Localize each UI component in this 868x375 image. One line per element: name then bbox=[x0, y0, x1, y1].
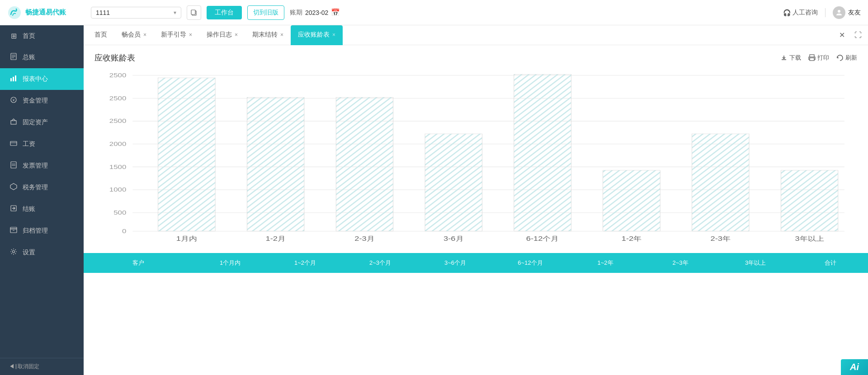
table-col-2-3y: 2~3年 bbox=[643, 259, 718, 267]
sidebar-item-label: 首页 bbox=[23, 32, 35, 40]
tab-home[interactable]: 首页 bbox=[87, 25, 114, 45]
logo-text: 畅捷通易代账 bbox=[25, 8, 66, 17]
svg-rect-2 bbox=[191, 10, 195, 14]
sidebar-item-reports[interactable]: 报表中心 bbox=[0, 68, 84, 90]
tab-label: 畅会员 bbox=[122, 31, 141, 39]
sidebar-item-funds[interactable]: ¥ 资金管理 bbox=[0, 90, 84, 112]
support-label: 人工咨询 bbox=[793, 9, 818, 17]
settings-icon bbox=[9, 248, 18, 257]
tab-actions: ✕ ⛶ bbox=[835, 29, 864, 42]
user-area: 🎧 人工咨询 友友 bbox=[783, 6, 861, 19]
svg-rect-10 bbox=[15, 75, 16, 81]
svg-text:2500: 2500 bbox=[109, 95, 126, 102]
svg-text:2-3月: 2-3月 bbox=[354, 235, 374, 242]
sidebar-item-assets[interactable]: 固定资产 bbox=[0, 112, 84, 133]
svg-rect-14 bbox=[10, 141, 17, 145]
funds-icon: ¥ bbox=[9, 96, 18, 105]
tab-label: 新手引导 bbox=[161, 31, 186, 39]
svg-text:2000: 2000 bbox=[109, 141, 126, 147]
refresh-icon bbox=[836, 54, 844, 61]
tab-guide[interactable]: 新手引导 × bbox=[154, 25, 199, 45]
ai-badge[interactable]: Ai bbox=[841, 359, 868, 375]
cancel-pin-button[interactable]: ◀‖取消固定 bbox=[0, 358, 84, 375]
copy-button[interactable] bbox=[187, 5, 201, 20]
svg-point-0 bbox=[8, 6, 21, 19]
sidebar-item-label: 总账 bbox=[23, 53, 35, 61]
top-header: 畅捷通易代账 1111 ▾ 工作台 切到旧版 账期 2023-02 📅 🎧 人工… bbox=[0, 0, 868, 25]
headset-icon: 🎧 bbox=[783, 9, 791, 16]
sidebar-item-home[interactable]: ⊞ 首页 bbox=[0, 25, 84, 47]
svg-text:1500: 1500 bbox=[109, 164, 126, 170]
header-divider bbox=[825, 8, 826, 17]
download-label: 下载 bbox=[789, 54, 801, 62]
company-selector[interactable]: 1111 ▾ bbox=[91, 7, 181, 19]
sidebar-item-salary[interactable]: 工资 bbox=[0, 133, 84, 155]
tab-close-icon[interactable]: × bbox=[189, 32, 192, 38]
main-layout: ⊞ 首页 总账 报表中心 bbox=[0, 25, 868, 375]
avatar bbox=[833, 6, 845, 19]
print-button[interactable]: 打印 bbox=[808, 54, 829, 62]
sidebar-item-tax[interactable]: 税务管理 bbox=[0, 177, 84, 198]
svg-point-3 bbox=[838, 10, 840, 13]
tab-label: 首页 bbox=[94, 31, 107, 39]
sidebar-item-archive[interactable]: 归档管理 bbox=[0, 220, 84, 242]
user-button[interactable]: 友友 bbox=[833, 6, 861, 19]
logo-area: 畅捷通易代账 bbox=[7, 5, 91, 20]
tab-member[interactable]: 畅会员 × bbox=[114, 25, 154, 45]
download-button[interactable]: 下载 bbox=[780, 54, 801, 62]
svg-rect-26 bbox=[810, 58, 814, 61]
sidebar-item-label: 归档管理 bbox=[23, 227, 48, 235]
tab-close-all-button[interactable]: ✕ bbox=[835, 29, 848, 42]
print-label: 打印 bbox=[817, 54, 829, 62]
sidebar-item-label: 税务管理 bbox=[23, 183, 48, 192]
tab-period-end[interactable]: 期末结转 × bbox=[245, 25, 291, 45]
header-right: 1111 ▾ 工作台 切到旧版 账期 2023-02 📅 🎧 人工咨询 bbox=[91, 5, 861, 20]
svg-text:1000: 1000 bbox=[109, 186, 126, 193]
tab-aging[interactable]: 应收账龄表 × bbox=[291, 25, 343, 45]
refresh-button[interactable]: 刷新 bbox=[836, 54, 857, 62]
aging-chart: 2500 2500 2500 2000 1500 1000 500 0 bbox=[94, 70, 857, 246]
sidebar-item-checkout[interactable]: 结账 bbox=[0, 198, 84, 220]
svg-text:2-3年: 2-3年 bbox=[711, 235, 731, 242]
calendar-icon[interactable]: 📅 bbox=[331, 8, 340, 17]
svg-text:0: 0 bbox=[122, 228, 126, 234]
svg-rect-9 bbox=[13, 77, 14, 81]
table-header: 客户 1个月内 1~2个月 2~3个月 3~6个月 6~12个月 1~2年 2~… bbox=[84, 253, 868, 273]
svg-text:2500: 2500 bbox=[109, 117, 126, 124]
svg-rect-43 bbox=[158, 78, 216, 231]
support-button[interactable]: 🎧 人工咨询 bbox=[783, 9, 818, 17]
tab-close-icon[interactable]: × bbox=[280, 32, 283, 38]
archive-icon bbox=[9, 226, 18, 235]
svg-rect-45 bbox=[336, 97, 393, 231]
svg-rect-46 bbox=[425, 134, 482, 231]
sidebar: ⊞ 首页 总账 报表中心 bbox=[0, 25, 84, 375]
tab-close-icon[interactable]: × bbox=[332, 32, 335, 38]
chevron-down-icon: ▾ bbox=[174, 9, 176, 16]
invoice-icon bbox=[9, 161, 18, 170]
tab-close-icon[interactable]: × bbox=[235, 32, 238, 38]
sidebar-item-settings[interactable]: 设置 bbox=[0, 242, 84, 263]
tab-oplog[interactable]: 操作日志 × bbox=[199, 25, 245, 45]
svg-text:3年以上: 3年以上 bbox=[795, 235, 824, 242]
download-icon bbox=[780, 54, 788, 61]
svg-text:3-6月: 3-6月 bbox=[443, 235, 463, 242]
sidebar-item-ledger[interactable]: 总账 bbox=[0, 47, 84, 68]
sidebar-item-label: 资金管理 bbox=[23, 97, 48, 105]
table-col-total: 合计 bbox=[793, 259, 868, 267]
workbench-button[interactable]: 工作台 bbox=[207, 6, 242, 19]
svg-rect-16 bbox=[11, 162, 16, 168]
salary-icon bbox=[9, 140, 18, 149]
sidebar-item-invoice[interactable]: 发票管理 bbox=[0, 155, 84, 177]
sidebar-item-label: 固定资产 bbox=[23, 118, 48, 127]
tab-close-icon[interactable]: × bbox=[143, 32, 146, 38]
svg-text:1月内: 1月内 bbox=[176, 235, 197, 242]
switch-version-button[interactable]: 切到旧版 bbox=[247, 5, 284, 20]
sidebar-item-label: 设置 bbox=[23, 248, 35, 257]
svg-rect-13 bbox=[11, 121, 16, 124]
svg-text:1-2年: 1-2年 bbox=[622, 235, 642, 242]
page-title: 应收账龄表 bbox=[94, 52, 135, 63]
svg-rect-25 bbox=[810, 55, 814, 57]
svg-rect-44 bbox=[247, 97, 304, 231]
period-area: 账期 2023-02 📅 bbox=[290, 8, 340, 17]
tab-expand-button[interactable]: ⛶ bbox=[852, 29, 864, 42]
